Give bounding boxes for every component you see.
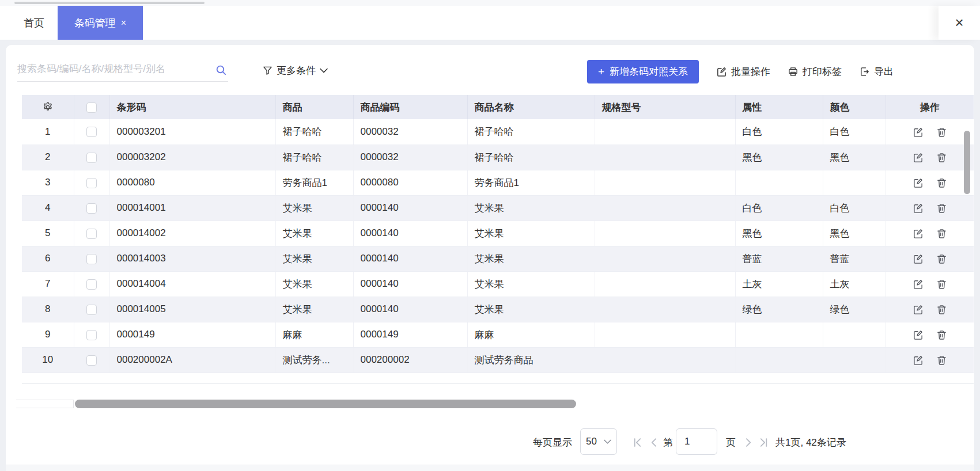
cell-product-name: 裙子哈哈 [467,145,595,170]
search-icon[interactable] [215,64,227,76]
tab-home[interactable]: 首页 [10,6,58,40]
delete-button[interactable] [936,253,947,264]
top-scrollbar[interactable] [14,2,205,4]
select-all-checkbox[interactable] [86,102,97,113]
cell-product: 测试劳务... [275,347,353,373]
column-header-barcode[interactable]: 条形码 [109,95,275,119]
cell-attribute [735,170,823,195]
cell-attribute: 黑色 [735,221,823,246]
column-header-product[interactable]: 商品 [275,95,353,119]
funnel-icon [263,66,273,75]
edit-button[interactable] [913,177,924,188]
cell-attribute: 土灰 [735,271,823,297]
column-header-operations: 操作 [886,95,974,119]
last-page-icon[interactable] [757,428,770,456]
row-checkbox[interactable] [86,127,97,137]
search-bar [17,61,228,82]
row-checkbox-cell [74,347,109,373]
print-labels-button[interactable]: 打印标签 [788,65,842,78]
close-button[interactable]: × [939,6,980,40]
tab-barcode-management[interactable]: 条码管理 × [58,6,143,40]
page-suffix-label: 页 [726,428,736,456]
toolbar-actions: + 新增条码对照关系 批量操作 打印标签 导出 [587,60,894,83]
delete-button[interactable] [936,304,947,315]
tab-bar: 首页 条码管理 × × [0,6,980,40]
column-header-color[interactable]: 颜色 [823,95,886,119]
edit-button[interactable] [913,329,924,340]
column-settings-gear-icon[interactable] [42,101,54,113]
cell-product: 艾米果 [275,246,353,271]
cell-operations [886,221,974,246]
search-input[interactable] [17,61,207,77]
cell-product-code: 0000140 [353,271,467,297]
delete-button[interactable] [936,203,947,214]
row-checkbox[interactable] [86,355,97,366]
column-header-product-name[interactable]: 商品名称 [467,95,595,119]
row-checkbox[interactable] [86,279,97,290]
cell-attribute: 白色 [735,195,823,221]
add-barcode-mapping-button[interactable]: + 新增条码对照关系 [587,60,699,83]
next-page-icon[interactable] [741,428,754,456]
horizontal-scrollbar[interactable] [75,400,576,408]
delete-button[interactable] [936,177,947,188]
cell-barcode: 000014002 [109,221,275,246]
per-page-select[interactable]: 50 [580,428,617,455]
row-checkbox[interactable] [86,330,97,340]
row-checkbox[interactable] [86,153,97,163]
cell-operations [886,195,974,221]
cell-product-name: 测试劳务商品 [467,347,595,373]
first-page-icon[interactable] [631,428,644,456]
records-summary: 共1页, 42条记录 [775,428,846,456]
cell-product-name: 劳务商品1 [467,170,595,195]
printer-icon [788,66,799,77]
previous-page-icon[interactable] [648,428,660,456]
delete-button[interactable] [936,152,947,163]
edit-button[interactable] [913,355,924,366]
row-checkbox[interactable] [86,305,97,315]
cell-spec [595,271,735,297]
cell-product-code: 0000080 [353,170,467,195]
browser-top-strip [0,0,980,6]
cell-product-code: 0000140 [353,221,467,246]
row-number: 1 [22,119,74,145]
cell-product: 艾米果 [275,297,353,322]
column-header-attribute[interactable]: 属性 [735,95,823,119]
edit-button[interactable] [913,279,924,290]
edit-button[interactable] [913,203,924,214]
edit-button[interactable] [913,127,924,138]
row-number: 3 [22,170,74,195]
cell-operations [886,170,974,195]
edit-button[interactable] [913,228,924,239]
delete-button[interactable] [936,228,947,239]
batch-operations-button[interactable]: 批量操作 [716,65,770,78]
cell-operations [886,246,974,271]
row-checkbox[interactable] [86,203,97,214]
more-filters-button[interactable]: 更多条件 [263,64,328,77]
row-checkbox-cell [74,195,109,221]
cell-product-name: 裙子哈哈 [467,119,595,145]
column-header-spec[interactable]: 规格型号 [595,95,735,119]
vertical-scrollbar[interactable] [964,131,970,194]
row-checkbox-cell [74,246,109,271]
cell-product-name: 艾米果 [467,246,595,271]
tab-close-icon[interactable]: × [121,18,126,28]
edit-button[interactable] [913,152,924,163]
page-number-input[interactable] [676,428,717,455]
cell-color [823,347,886,373]
add-button-label: 新增条码对照关系 [610,65,688,78]
delete-button[interactable] [936,355,947,366]
delete-button[interactable] [936,279,947,290]
export-label: 导出 [874,65,894,78]
row-checkbox[interactable] [86,254,97,264]
edit-button[interactable] [913,253,924,264]
cell-barcode: 0000080 [109,170,275,195]
row-checkbox[interactable] [86,178,97,188]
delete-button[interactable] [936,329,947,340]
table-row: 1000003201裙子哈哈0000032裙子哈哈白色白色 [22,119,974,145]
cell-product-name: 艾米果 [467,271,595,297]
row-checkbox[interactable] [86,229,97,239]
edit-button[interactable] [913,304,924,315]
column-header-product-code[interactable]: 商品编码 [353,95,467,119]
export-button[interactable]: 导出 [859,65,894,78]
delete-button[interactable] [936,127,947,138]
